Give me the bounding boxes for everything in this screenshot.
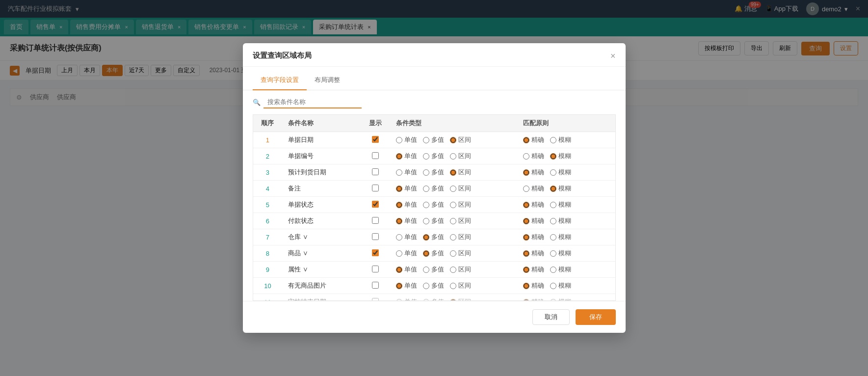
- search-icon: 🔍: [253, 99, 261, 106]
- modal-header: 设置查询区域布局 ×: [243, 43, 626, 67]
- tab-query-fields[interactable]: 查询字段设置: [253, 73, 307, 90]
- tab-layout-adjust[interactable]: 布局调整: [307, 73, 348, 90]
- tab-query-fields-label: 查询字段设置: [261, 76, 299, 83]
- tab-layout-adjust-label: 布局调整: [315, 76, 340, 83]
- modal-close-button[interactable]: ×: [610, 52, 616, 60]
- modal-overlay[interactable]: 设置查询区域布局 × 查询字段设置 布局调整 🔍 顺序: [0, 0, 868, 114]
- search-input[interactable]: [263, 96, 362, 108]
- modal-title: 设置查询区域布局: [253, 51, 312, 60]
- modal-tabs: 查询字段设置 布局调整: [243, 67, 626, 90]
- settings-modal: 设置查询区域布局 × 查询字段设置 布局调整 🔍 顺序: [243, 43, 626, 114]
- modal-search-area: 🔍: [243, 90, 626, 108]
